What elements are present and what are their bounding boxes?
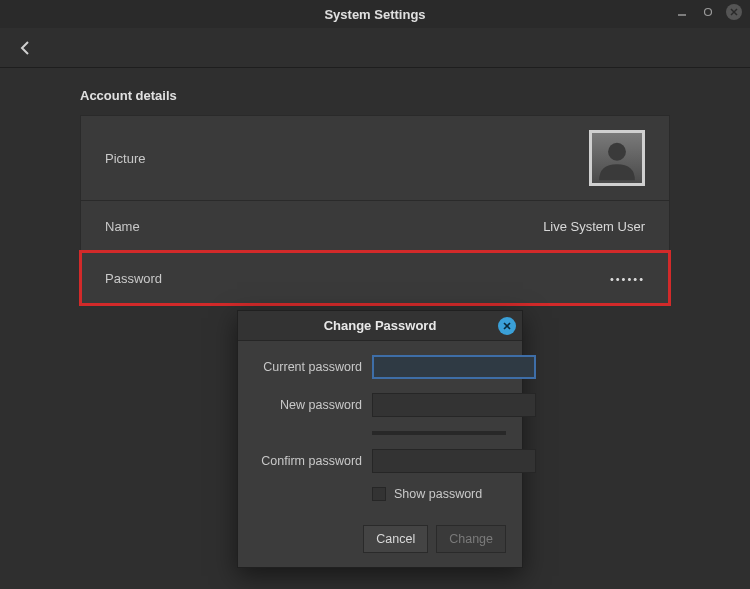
account-details-panel: Picture Name Live System User Password •… <box>80 115 670 305</box>
dialog-title: Change Password <box>324 318 437 333</box>
close-icon[interactable] <box>726 4 742 20</box>
toolbar <box>0 28 750 68</box>
change-password-dialog: Change Password Current password New pas… <box>237 310 523 568</box>
name-value: Live System User <box>543 219 645 234</box>
dialog-footer: Cancel Change <box>238 515 522 567</box>
show-password-label[interactable]: Show password <box>394 487 482 501</box>
svg-point-4 <box>608 143 626 161</box>
confirm-password-label: Confirm password <box>254 454 362 468</box>
content-area: Account details Picture Name Live System… <box>0 68 750 305</box>
minimize-icon[interactable] <box>674 4 690 20</box>
row-password[interactable]: Password •••••• <box>81 252 669 304</box>
row-picture[interactable]: Picture <box>81 116 669 200</box>
current-password-label: Current password <box>254 360 362 374</box>
row-name[interactable]: Name Live System User <box>81 200 669 252</box>
show-password-row: Show password <box>372 487 506 501</box>
window-titlebar: System Settings <box>0 0 750 28</box>
password-value: •••••• <box>610 273 645 285</box>
confirm-password-input[interactable] <box>372 449 536 473</box>
dialog-body: Current password New password Confirm pa… <box>238 341 522 501</box>
back-button[interactable] <box>12 34 40 62</box>
password-label: Password <box>105 271 162 286</box>
picture-label: Picture <box>105 151 145 166</box>
form-row-new: New password <box>254 393 506 417</box>
dialog-titlebar: Change Password <box>238 311 522 341</box>
change-button[interactable]: Change <box>436 525 506 553</box>
cancel-button[interactable]: Cancel <box>363 525 428 553</box>
window-title: System Settings <box>324 7 425 22</box>
password-strength-bar <box>372 431 506 435</box>
svg-point-1 <box>705 9 712 16</box>
form-row-current: Current password <box>254 355 506 379</box>
dialog-close-button[interactable] <box>498 317 516 335</box>
section-title: Account details <box>80 88 670 103</box>
new-password-label: New password <box>254 398 362 412</box>
name-label: Name <box>105 219 140 234</box>
new-password-input[interactable] <box>372 393 536 417</box>
maximize-icon[interactable] <box>700 4 716 20</box>
current-password-input[interactable] <box>372 355 536 379</box>
window-controls <box>674 4 742 20</box>
show-password-checkbox[interactable] <box>372 487 386 501</box>
form-row-confirm: Confirm password <box>254 449 506 473</box>
avatar[interactable] <box>589 130 645 186</box>
